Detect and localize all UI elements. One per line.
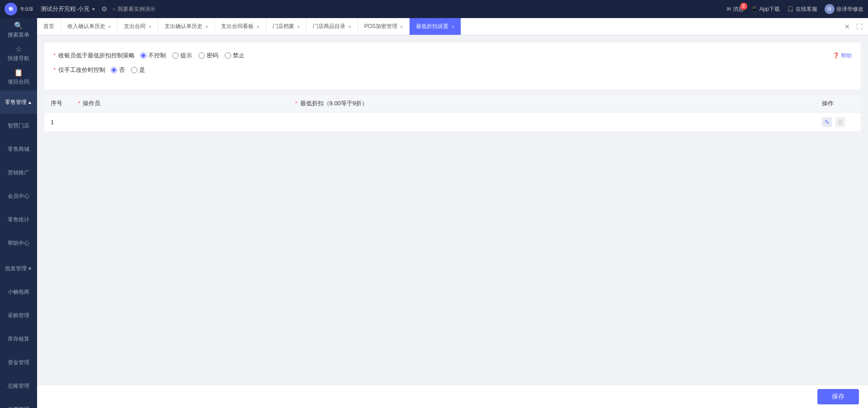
tab-store-goods-label: 门店商品目录 <box>313 23 345 30</box>
manual-label: * 仅手工改价时控制 <box>53 66 105 74</box>
tab-pay-contract[interactable]: 支出合同 × <box>118 18 158 35</box>
sidebar-label-inventory: 库存核算 <box>8 335 29 343</box>
tab-pay-contract-board[interactable]: 支出合同看板 × <box>215 18 266 35</box>
policy-option-forbid[interactable]: 禁止 <box>225 52 245 60</box>
tab-expand-button[interactable]: ⛶ <box>854 22 864 31</box>
manual-option-yes-label: 是 <box>139 66 145 74</box>
tab-pay-contract-close[interactable]: × <box>148 24 151 29</box>
sidebar-item-online-store[interactable]: 零售商城 <box>0 137 37 161</box>
sidebar-label-online-store: 零售商城 <box>8 145 29 153</box>
sidebar-label-members: 会员中心 <box>8 192 29 200</box>
sidebar-item-shortcuts[interactable]: ☆ 快捷导航 <box>0 42 37 65</box>
policy-option-none-label: 不控制 <box>148 52 166 60</box>
tab-store-file[interactable]: 门店档案 × <box>266 18 307 35</box>
tab-pos-manage-close[interactable]: × <box>400 24 403 29</box>
sidebar-label-help: 帮助中心 <box>8 239 29 247</box>
tab-pay-confirm-history[interactable]: 支出确认单历史 × <box>158 18 215 35</box>
delete-icon[interactable]: 🗑 <box>835 117 845 127</box>
sidebar-item-members[interactable]: 会员中心 <box>0 184 37 208</box>
page-footer: 保存 <box>37 385 868 408</box>
sidebar-item-help[interactable]: 帮助中心 <box>0 231 37 255</box>
sidebar-item-invoice[interactable]: 发票管理 <box>0 398 37 408</box>
tab-min-discount-label: 最低折扣设置 <box>416 23 448 30</box>
tab-income-history-close[interactable]: × <box>108 24 111 29</box>
logo-icon: 畅 <box>5 3 17 15</box>
file-icon: 📋 <box>14 68 23 77</box>
demo-link[interactable]: ○ 我要看实例演示 <box>113 5 156 13</box>
tab-min-discount[interactable]: 最低折扣设置 × <box>410 18 461 35</box>
tab-bar: 首页 收入确认单历史 × 支出合同 × 支出确认单历史 × 支出合同看板 × 门… <box>37 18 868 35</box>
policy-option-hint-label: 提示 <box>180 52 192 60</box>
help-button[interactable]: ❓ 帮助 <box>833 52 852 60</box>
tab-income-history-label: 收入确认单历史 <box>67 23 105 30</box>
tab-store-file-label: 门店档案 <box>273 23 294 30</box>
sidebar-item-finance[interactable]: 资金管理 <box>0 351 37 374</box>
tab-pay-confirm-history-close[interactable]: × <box>205 24 208 29</box>
sidebar-label-ecommerce: 小畅电商 <box>8 288 29 296</box>
chevron-down-icon: ▼ <box>91 7 96 12</box>
tab-store-file-close[interactable]: × <box>297 24 300 29</box>
sidebar-item-inventory[interactable]: 库存核算 <box>0 327 37 351</box>
top-bar: 畅 专业版 测试分开完程·小兄 ▼ ⚙ ○ 我要看实例演示 ✉ 消息 8 📱 A… <box>0 0 868 18</box>
required-star2: * <box>53 66 56 73</box>
sidebar-item-retail[interactable]: 零售管理 ▲ <box>0 90 37 114</box>
sidebar-item-projects[interactable]: 📋 项目合同 <box>0 65 37 89</box>
policy-option-hint[interactable]: 提示 <box>172 52 192 60</box>
message-button[interactable]: ✉ 消息 8 <box>726 5 744 13</box>
avatar: 徐 <box>825 4 835 14</box>
tab-min-discount-close[interactable]: × <box>451 24 454 29</box>
cell-min-discount <box>289 113 816 132</box>
tab-pos-manage[interactable]: POS加密管理 × <box>358 18 410 35</box>
sidebar-item-wholesale[interactable]: 批发管理 ▼ <box>0 257 37 280</box>
tab-home[interactable]: 首页 <box>37 18 61 35</box>
circle-play-icon: ○ <box>113 6 116 12</box>
sidebar-label-shortcuts: 快捷导航 <box>8 55 29 62</box>
sidebar-item-smart-store[interactable]: 智慧门店 <box>0 114 37 137</box>
tab-close-button[interactable]: ✕ <box>843 22 852 31</box>
policy-radio-hint[interactable] <box>172 52 179 59</box>
policy-option-password-label: 密码 <box>207 52 218 60</box>
top-bar-right: ✉ 消息 8 📱 App下载 🎧 在线客服 徐 徐泽华修改 <box>726 4 863 14</box>
manual-radio-yes[interactable] <box>131 67 137 73</box>
sidebar-item-ecommerce[interactable]: 小畅电商 <box>0 280 37 304</box>
edit-icon[interactable]: ✎ <box>822 117 832 127</box>
manual-option-yes[interactable]: 是 <box>131 66 145 74</box>
online-service-button[interactable]: 🎧 在线客服 <box>787 5 817 13</box>
tab-pay-confirm-history-label: 支出确认单历史 <box>165 23 203 30</box>
settings-icon[interactable]: ⚙ <box>101 5 107 13</box>
policy-radio-forbid[interactable] <box>225 52 231 59</box>
app-download-button[interactable]: 📱 App下载 <box>751 5 780 13</box>
sidebar-item-purchase[interactable]: 采购管理 <box>0 304 37 327</box>
policy-radio-password[interactable] <box>198 52 205 59</box>
sidebar-label-wholesale: 批发管理 <box>5 265 27 272</box>
policy-label: * 收银员低于最低折扣控制策略 <box>53 52 135 60</box>
sidebar-label-retail-stats: 零售统计 <box>8 216 29 224</box>
manual-radio-no[interactable] <box>111 67 117 73</box>
sidebar-item-marketing[interactable]: 营销推广 <box>0 161 37 184</box>
chevron-down-icon2: ▼ <box>28 266 32 271</box>
tab-pay-contract-board-close[interactable]: × <box>256 24 259 29</box>
policy-option-password[interactable]: 密码 <box>198 52 218 60</box>
data-table-wrap: 序号 * 操作员 * 最低折扣（9.00等于9折） 操作 <box>44 95 861 132</box>
policy-radio-none[interactable] <box>140 52 146 59</box>
policy-option-none[interactable]: 不控制 <box>140 52 166 60</box>
manual-option-no[interactable]: 否 <box>111 66 125 74</box>
app-download-label: App下载 <box>760 5 780 13</box>
data-table: 序号 * 操作员 * 最低折扣（9.00等于9折） 操作 <box>44 95 861 132</box>
sidebar-item-ledger[interactable]: 总账管理 <box>0 374 37 398</box>
sidebar-item-retail-stats[interactable]: 零售统计 <box>0 208 37 231</box>
manual-radio-group: 否 是 <box>111 66 145 74</box>
project-selector[interactable]: 测试分开完程·小兄 ▼ <box>41 5 96 13</box>
table-header-row: 序号 * 操作员 * 最低折扣（9.00等于9折） 操作 <box>44 95 861 113</box>
tab-store-goods[interactable]: 门店商品目录 × <box>307 18 358 35</box>
tab-income-history[interactable]: 收入确认单历史 × <box>61 18 118 35</box>
user-profile-button[interactable]: 徐 徐泽华修改 <box>825 4 863 14</box>
sidebar-item-search[interactable]: 🔍 搜索菜单 <box>0 18 37 42</box>
save-button[interactable]: 保存 <box>817 389 859 404</box>
sidebar: 🔍 搜索菜单 ☆ 快捷导航 📋 项目合同 零售管理 ▲ 智慧门店 零售商城 营销… <box>0 18 37 408</box>
tab-controls: ✕ ⛶ <box>839 22 868 31</box>
help-label: 帮助 <box>841 52 852 60</box>
tab-pay-contract-board-label: 支出合同看板 <box>221 23 254 30</box>
tab-pos-manage-label: POS加密管理 <box>364 23 397 30</box>
tab-store-goods-close[interactable]: × <box>348 24 351 29</box>
